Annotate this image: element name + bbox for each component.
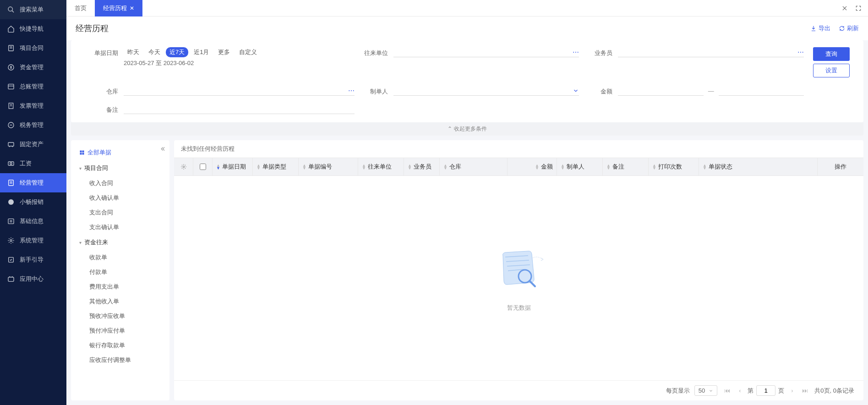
filter-unit-input[interactable] <box>393 47 579 57</box>
more-icon[interactable]: ⋯ <box>797 49 804 56</box>
category-all[interactable]: 全部单据 <box>71 145 169 160</box>
sidebar-item-money[interactable]: 资金管理 <box>0 58 66 77</box>
category-group-label: 资金往来 <box>84 238 108 246</box>
collapse-panel-button[interactable] <box>159 146 166 152</box>
category-item[interactable]: 收入合同 <box>71 176 169 191</box>
sidebar-item-label: 搜索菜单 <box>20 5 44 14</box>
collapse-filters-button[interactable]: ⌃ 收起更多条件 <box>71 122 863 136</box>
filter-date-opt-7days[interactable]: 近7天 <box>166 47 188 57</box>
table-settings-button[interactable] <box>174 158 193 175</box>
refresh-icon <box>839 25 845 32</box>
select-all-checkbox[interactable] <box>193 158 213 175</box>
chevron-down-icon: ▾ <box>79 166 82 171</box>
page-size-select[interactable]: 50 <box>694 385 717 396</box>
filter-warehouse-input[interactable] <box>124 86 355 96</box>
info-icon <box>7 217 15 225</box>
category-item[interactable]: 费用支出单 <box>71 279 169 294</box>
category-item[interactable]: 收款单 <box>71 250 169 265</box>
col-warehouse[interactable]: ▲▼仓库 <box>440 158 508 175</box>
sidebar-item-label: 快捷导航 <box>20 25 44 33</box>
fullscreen-button[interactable] <box>853 3 863 13</box>
page-title: 经营历程 <box>76 23 109 34</box>
sidebar-item-info[interactable]: 基础信息 <box>0 212 66 231</box>
tab-business-history[interactable]: 经营历程 ✕ <box>95 0 142 16</box>
system-icon <box>7 236 15 245</box>
export-button[interactable]: 导出 <box>810 24 830 33</box>
category-group-contract[interactable]: ▾ 项目合同 <box>71 160 169 176</box>
sidebar-item-guide[interactable]: 新手引导 <box>0 250 66 269</box>
category-item[interactable]: 预付冲应付单 <box>71 323 169 338</box>
more-icon[interactable]: ⋯ <box>348 87 355 94</box>
sidebar-item-asset[interactable]: 固定资产 <box>0 135 66 154</box>
settings-button[interactable]: 设置 <box>813 64 850 77</box>
col-status[interactable]: ▲▼单据状态 <box>699 158 818 175</box>
category-item[interactable]: 付款单 <box>71 265 169 279</box>
tab-home[interactable]: 首页 <box>66 0 95 16</box>
sidebar-item-system[interactable]: 系统管理 <box>0 231 66 250</box>
refresh-label: 刷新 <box>847 24 859 33</box>
home-icon <box>7 25 15 33</box>
category-item[interactable]: 预收冲应收单 <box>71 309 169 323</box>
refresh-button[interactable]: 刷新 <box>839 24 859 33</box>
col-print[interactable]: ▲▼打印次数 <box>649 158 699 175</box>
grid-icon <box>79 150 85 155</box>
col-amount[interactable]: ▲▼金额 <box>508 158 557 175</box>
col-no[interactable]: ▲▼单据编号 <box>299 158 358 175</box>
filter-maker-input[interactable] <box>393 86 579 96</box>
category-all-label: 全部单据 <box>87 148 111 157</box>
sidebar-item-reimburse[interactable]: 小畅报销 <box>0 192 66 212</box>
category-item[interactable]: 银行存取款单 <box>71 338 169 353</box>
col-salesman[interactable]: ▲▼业务员 <box>404 158 440 175</box>
close-icon[interactable]: ✕ <box>130 5 134 11</box>
filter-salesman-input[interactable] <box>618 47 804 57</box>
chevron-down-icon[interactable] <box>573 88 579 94</box>
sidebar-item-nav[interactable]: 快捷导航 <box>0 19 66 38</box>
col-unit[interactable]: ▲▼往来单位 <box>358 158 404 175</box>
category-group-label: 项目合同 <box>84 164 108 172</box>
category-item[interactable]: 其他收入单 <box>71 294 169 309</box>
filter-amount-from[interactable] <box>618 86 703 96</box>
col-date[interactable]: ▲▼单据日期 <box>213 158 253 175</box>
category-item[interactable]: 支出合同 <box>71 205 169 220</box>
tab-label: 经营历程 <box>103 4 127 12</box>
filter-date-opt-today[interactable]: 今天 <box>145 47 164 57</box>
more-icon[interactable]: ⋯ <box>573 49 579 56</box>
first-page-button[interactable]: ⏮ <box>722 386 732 396</box>
category-item[interactable]: 应收应付调整单 <box>71 353 169 367</box>
last-page-button[interactable]: ⏭ <box>800 386 810 396</box>
sidebar-item-apps[interactable]: 应用中心 <box>0 269 66 289</box>
next-page-button[interactable]: › <box>787 386 797 396</box>
tabs-bar: 首页 经营历程 ✕ <box>66 0 868 16</box>
category-item[interactable]: 支出确认单 <box>71 220 169 235</box>
sidebar-item-search[interactable]: 搜索菜单 <box>0 0 66 19</box>
svg-point-24 <box>10 240 12 241</box>
sidebar-item-tax[interactable]: 税务管理 <box>0 115 66 135</box>
prev-page-button[interactable]: ‹ <box>735 386 745 396</box>
filter-amount-to[interactable] <box>719 86 804 96</box>
category-item[interactable]: 收入确认单 <box>71 191 169 205</box>
filter-date-opt-yesterday[interactable]: 昨天 <box>124 47 143 57</box>
col-remark[interactable]: ▲▼备注 <box>603 158 649 175</box>
sidebar-item-ledger[interactable]: 总账管理 <box>0 77 66 96</box>
business-icon <box>7 179 15 187</box>
filter-remark-input[interactable] <box>124 104 355 114</box>
sidebar-item-invoice[interactable]: 发票管理 <box>0 96 66 115</box>
svg-rect-33 <box>80 153 82 155</box>
category-group-funds[interactable]: ▾ 资金往来 <box>71 235 169 250</box>
filter-date-opt-more[interactable]: 更多 <box>214 47 234 57</box>
close-tab-button[interactable] <box>840 3 850 13</box>
page-input[interactable] <box>756 385 775 396</box>
query-button[interactable]: 查询 <box>813 47 850 61</box>
filter-warehouse-label: 仓库 <box>85 86 124 96</box>
sidebar-item-contract[interactable]: 项目合同 <box>0 38 66 58</box>
collapse-label: 收起更多条件 <box>454 126 487 132</box>
sidebar-item-salary[interactable]: 工资 <box>0 154 66 173</box>
filter-date-opt-custom[interactable]: 自定义 <box>235 47 261 57</box>
filter-date-opt-1month[interactable]: 近1月 <box>190 47 213 57</box>
empty-text: 暂无数据 <box>507 304 531 312</box>
svg-line-1 <box>12 11 14 12</box>
sidebar-item-business[interactable]: 经营管理 <box>0 173 66 192</box>
col-type[interactable]: ▲▼单据类型 <box>253 158 299 175</box>
page-suffix: 页 <box>778 387 784 395</box>
col-maker[interactable]: ▲▼制单人 <box>557 158 603 175</box>
